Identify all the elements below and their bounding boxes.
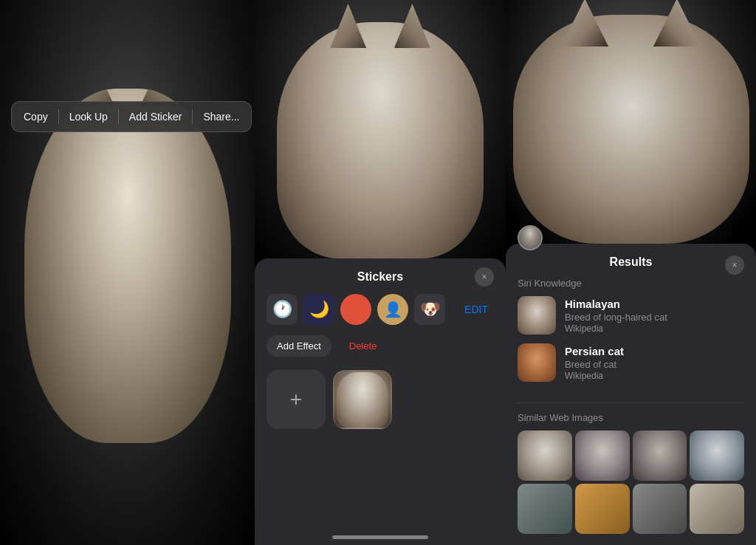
cat-image-left <box>0 0 255 545</box>
himalayan-desc: Breed of long-haired cat <box>565 312 744 323</box>
sticker-moon[interactable]: 🌙 <box>303 294 334 325</box>
himalayan-name: Himalayan <box>565 298 744 310</box>
cat-middle-body <box>277 22 484 258</box>
sticker-person[interactable]: 👤 <box>377 294 408 325</box>
cat-ear-left <box>323 4 374 48</box>
cat-image-middle <box>255 0 506 258</box>
siri-knowledge-section: Siri Knowledge Himalayan Breed of long-h… <box>506 278 756 400</box>
stickers-close-button[interactable]: × <box>475 267 494 287</box>
delete-sticker-button[interactable]: Delete <box>339 335 388 357</box>
cat-right-ear-left <box>555 0 614 47</box>
stickers-emoji-row: 🕐 🌙 👤 🐶 EDIT <box>267 294 494 325</box>
middle-panel: Stickers × 🕐 🌙 👤 🐶 EDIT Add Effect Delet… <box>255 0 506 545</box>
home-indicator <box>332 535 428 539</box>
himalayan-thumb <box>518 296 556 335</box>
knowledge-item-himalayan[interactable]: Himalayan Breed of long-haired cat Wikip… <box>518 296 744 335</box>
edit-stickers-button[interactable]: EDIT <box>458 301 494 318</box>
similar-image-4[interactable] <box>690 431 744 481</box>
menu-divider-2 <box>118 109 119 124</box>
cat-right-face <box>513 15 749 244</box>
menu-divider-1 <box>58 109 59 124</box>
section-divider <box>518 402 744 403</box>
results-header: Results × <box>506 253 756 278</box>
sticker-clock[interactable]: 🕐 <box>267 294 298 325</box>
persian-thumb <box>518 343 556 382</box>
cat-silhouette-left <box>24 89 231 443</box>
menu-divider-3 <box>192 109 193 124</box>
stickers-header: Stickers × <box>267 270 494 284</box>
himalayan-source: Wikipedia <box>565 323 744 334</box>
add-sticker-plus-button[interactable]: + <box>267 370 326 429</box>
knowledge-item-persian[interactable]: Persian cat Breed of cat Wikipedia <box>518 343 744 382</box>
persian-source: Wikipedia <box>565 371 744 381</box>
results-title: Results <box>610 256 653 269</box>
results-close-button[interactable]: × <box>725 256 744 275</box>
results-panel: Results × Siri Knowledge Himalayan Breed… <box>506 244 756 545</box>
similar-image-5[interactable] <box>518 484 572 534</box>
similar-image-8[interactable] <box>690 484 744 534</box>
similar-image-6[interactable] <box>575 484 630 534</box>
copy-button[interactable]: Copy <box>15 106 57 127</box>
similar-web-label: Similar Web Images <box>518 412 744 423</box>
stickers-action-row: Add Effect Delete <box>267 335 494 357</box>
similar-image-1[interactable] <box>518 431 572 481</box>
context-menu: Copy Look Up Add Sticker Share... <box>11 101 252 132</box>
sticker-cat-body <box>337 372 388 428</box>
persian-info: Persian cat Breed of cat Wikipedia <box>565 345 744 381</box>
cat-ear-right <box>386 4 438 48</box>
similar-web-section: Similar Web Images <box>506 412 756 534</box>
stickers-title: Stickers <box>357 270 403 284</box>
stickers-grid: + <box>267 367 494 432</box>
similar-web-grid-row2 <box>518 484 744 534</box>
add-sticker-button[interactable]: Add Sticker <box>120 106 191 127</box>
add-effect-button[interactable]: Add Effect <box>267 335 331 357</box>
share-button[interactable]: Share... <box>194 106 248 127</box>
similar-image-7[interactable] <box>633 484 687 534</box>
sticker-cat-preview[interactable] <box>333 370 392 429</box>
similar-image-3[interactable] <box>633 431 687 481</box>
cat-body-left <box>24 89 231 443</box>
persian-name: Persian cat <box>565 345 744 357</box>
left-panel: Copy Look Up Add Sticker Share... <box>0 0 255 545</box>
cat-right-ear-right <box>647 0 707 47</box>
similar-web-grid-row1 <box>518 431 744 481</box>
cat-image-right <box>506 0 756 244</box>
siri-knowledge-label: Siri Knowledge <box>518 278 744 289</box>
stickers-panel: Stickers × 🕐 🌙 👤 🐶 EDIT Add Effect Delet… <box>255 258 506 545</box>
right-panel: Results × Siri Knowledge Himalayan Breed… <box>506 0 756 545</box>
similar-image-2[interactable] <box>575 431 630 481</box>
himalayan-info: Himalayan Breed of long-haired cat Wikip… <box>565 298 744 334</box>
sticker-dog[interactable]: 🐶 <box>414 294 445 325</box>
lookup-button[interactable]: Look Up <box>61 106 117 127</box>
sticker-circle-red[interactable] <box>340 294 371 325</box>
cat-avatar-inner <box>519 227 541 249</box>
persian-desc: Breed of cat <box>565 359 744 370</box>
cat-avatar <box>518 225 543 250</box>
